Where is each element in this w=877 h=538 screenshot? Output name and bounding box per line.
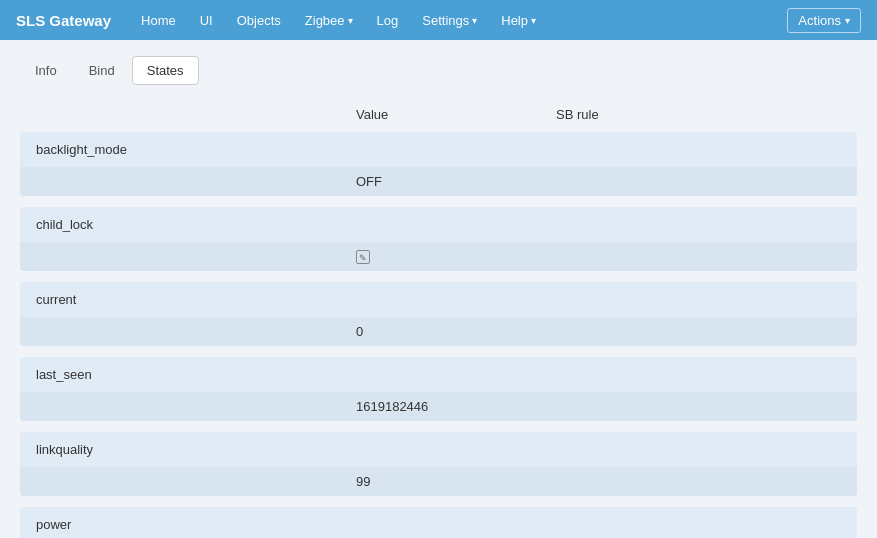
table-row: linkquality99 [20, 432, 857, 496]
nav-zigbee[interactable]: Zigbee [295, 7, 363, 34]
navbar: SLS Gateway Home UI Objects Zigbee Log S… [0, 0, 877, 40]
row-name: power [20, 507, 857, 538]
table-row: child_lock✎ [20, 207, 857, 271]
row-name: current [20, 282, 857, 317]
nav-items: Home UI Objects Zigbee Log Settings Help [131, 7, 787, 34]
tab-states[interactable]: States [132, 56, 199, 85]
navbar-brand[interactable]: SLS Gateway [16, 12, 111, 29]
tabs: Info Bind States [20, 56, 857, 85]
row-value: 0 [20, 317, 857, 346]
row-name: last_seen [20, 357, 857, 392]
actions-button[interactable]: Actions [787, 8, 861, 33]
row-value: ✎ [20, 242, 857, 271]
nav-actions: Actions [787, 8, 861, 33]
edit-icon[interactable]: ✎ [356, 250, 370, 264]
row-name: child_lock [20, 207, 857, 242]
row-value: 1619182446 [20, 392, 857, 421]
nav-settings[interactable]: Settings [412, 7, 487, 34]
col-sbrule-header: SB rule [556, 107, 841, 122]
table-row: last_seen1619182446 [20, 357, 857, 421]
row-value: OFF [20, 167, 857, 196]
tab-bind[interactable]: Bind [74, 56, 130, 85]
row-name: backlight_mode [20, 132, 857, 167]
table-row: backlight_modeOFF [20, 132, 857, 196]
row-value: 99 [20, 467, 857, 496]
nav-ui[interactable]: UI [190, 7, 223, 34]
col-name-header [36, 107, 356, 122]
nav-objects[interactable]: Objects [227, 7, 291, 34]
nav-log[interactable]: Log [367, 7, 409, 34]
nav-home[interactable]: Home [131, 7, 186, 34]
table-row: current0 [20, 282, 857, 346]
state-rows: backlight_modeOFFchild_lock✎current0last… [20, 132, 857, 538]
tab-info[interactable]: Info [20, 56, 72, 85]
content-area: Info Bind States Value SB rule backlight… [0, 40, 877, 538]
row-name: linkquality [20, 432, 857, 467]
table-row: power0 [20, 507, 857, 538]
col-value-header: Value [356, 107, 556, 122]
nav-help[interactable]: Help [491, 7, 546, 34]
table-header: Value SB rule [20, 101, 857, 128]
